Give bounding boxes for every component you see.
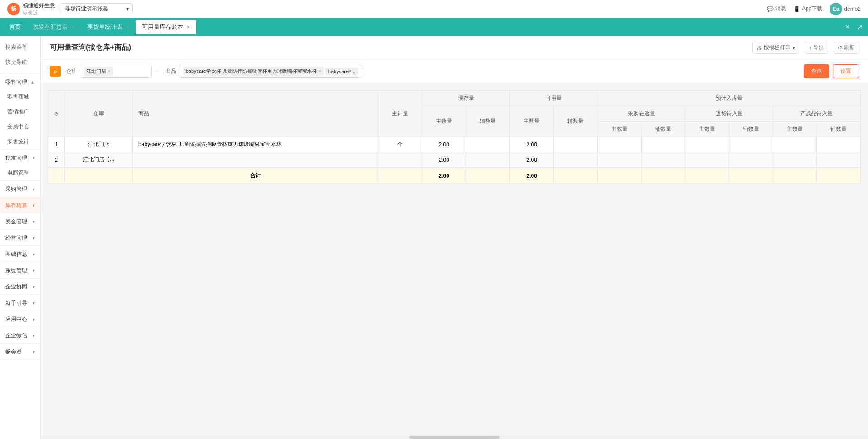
sidebar-enterprise-header[interactable]: 企业协同 ▾ bbox=[0, 279, 40, 294]
warehouse-more[interactable]: ··· bbox=[155, 68, 160, 75]
tab-close-all-btn[interactable]: × bbox=[844, 21, 851, 33]
sidebar-finance-header[interactable]: 资金管理 ▾ bbox=[0, 213, 40, 229]
row1-warehouse: 江北门店 bbox=[65, 137, 133, 152]
tab-maximize-btn[interactable]: ⤢ bbox=[855, 21, 864, 33]
sidebar-finance-arrow: ▾ bbox=[33, 219, 35, 224]
brand-info: 畅捷通好生意 标准版 bbox=[23, 2, 55, 16]
table-row: 2 江北门店【... 2.00 2.00 bbox=[48, 152, 861, 168]
data-table: ⚙ 仓库 商品 主计量 现存量 可用量 预计入库量 主数量 辅数量 主数量 辅数… bbox=[48, 90, 861, 184]
user-avatar: Ea bbox=[830, 3, 842, 15]
sidebar-basic-header[interactable]: 基础信息 ▾ bbox=[0, 246, 40, 262]
sidebar-item-retail-stats[interactable]: 零售统计 bbox=[0, 134, 40, 149]
message-btn[interactable]: 💬 消息 bbox=[767, 5, 786, 13]
sidebar-purchase-header[interactable]: 采购管理 ▾ bbox=[0, 181, 40, 197]
sidebar-system-header[interactable]: 系统管理 ▾ bbox=[0, 262, 40, 278]
sidebar-retail-label: 零售管理 bbox=[5, 78, 27, 86]
sidebar-appcenter-arrow: ▾ bbox=[33, 317, 35, 322]
sidebar-item-member[interactable]: 会员中心 bbox=[0, 119, 40, 134]
content-area: 可用量查询(按仓库+商品) 🖨 按模板打印 ▾ ↑ 导出 ↺ 刷新 » bbox=[41, 36, 868, 439]
sidebar-search-menu[interactable]: 搜索菜单 bbox=[0, 40, 40, 55]
sidebar-item-retail-mall[interactable]: 零售商城 bbox=[0, 90, 40, 104]
row1-available-aux bbox=[554, 137, 598, 152]
row1-available-main: 2.00 bbox=[510, 137, 554, 152]
row2-product-main bbox=[773, 152, 816, 168]
sidebar-guide-header[interactable]: 新手引导 ▾ bbox=[0, 295, 40, 311]
sidebar-wholesale-arrow: ▾ bbox=[33, 156, 35, 160]
th-goods-arrival: 进货待入量 bbox=[685, 106, 773, 122]
sidebar-appcenter-header[interactable]: 应用中心 ▾ bbox=[0, 311, 40, 327]
filter-area: » 仓库 江北门店 × ··· 商品 babycare学饮杯 儿童防摔防撞吸管杯… bbox=[41, 60, 868, 83]
product-filter: 商品 babycare学饮杯 儿童防摔防撞吸管杯重力球吸嘴杯宝宝水杯 × bab… bbox=[165, 65, 363, 78]
summary-product-aux bbox=[816, 168, 860, 184]
sidebar-group-operation: 经营管理 ▾ bbox=[0, 230, 40, 246]
tab-available-inventory-label: 可用量库存账本 bbox=[142, 23, 183, 31]
sidebar-wechat-label: 企业微信 bbox=[5, 332, 27, 340]
main-layout: 搜索菜单 快捷导航 零售管理 ▲ 零售商城 营销推广 会员中心 零售统计 批发管… bbox=[0, 36, 868, 439]
sidebar-inventory-header[interactable]: 库存核算 ▾ bbox=[0, 197, 40, 213]
sidebar-changhui-header[interactable]: 畅会员 ▾ bbox=[0, 344, 40, 359]
tab-receive-summary[interactable]: 收发存汇总表 × bbox=[26, 20, 81, 34]
scroll-thumb[interactable] bbox=[409, 436, 500, 439]
tab-purchase-stats-close[interactable]: × bbox=[126, 24, 129, 30]
summary-goods-aux bbox=[729, 168, 773, 184]
filter-expand-btn[interactable]: » bbox=[50, 66, 61, 77]
th-purchase-transit-main: 主数量 bbox=[598, 122, 642, 137]
sidebar-wholesale-header[interactable]: 批发管理 ▾ bbox=[0, 150, 40, 165]
tab-home[interactable]: 首页 bbox=[4, 20, 26, 34]
sidebar-item-ecommerce[interactable]: 电商管理 bbox=[0, 165, 40, 180]
product-tag-1[interactable]: babycare学饮杯 儿童防摔防撞吸管杯重力球吸嘴杯宝宝水杯 × bbox=[183, 67, 324, 76]
app-download-label: App下载 bbox=[802, 5, 822, 13]
row1-purchase-aux bbox=[642, 137, 685, 152]
sidebar-changhui-arrow: ▾ bbox=[33, 349, 35, 354]
tab-receive-summary-close[interactable]: × bbox=[71, 24, 75, 30]
summary-label: 合计 bbox=[133, 168, 378, 184]
row2-product-aux bbox=[816, 152, 860, 168]
product-tag-2[interactable]: babycare?... bbox=[326, 68, 359, 75]
product-tag-1-close[interactable]: × bbox=[318, 69, 321, 74]
app-download-btn[interactable]: 📱 App下载 bbox=[793, 5, 822, 13]
row1-goods-main bbox=[685, 137, 729, 152]
sidebar-group-retail: 零售管理 ▲ 零售商城 营销推广 会员中心 零售统计 bbox=[0, 74, 40, 150]
product-filter-input[interactable]: babycare学饮杯 儿童防摔防撞吸管杯重力球吸嘴杯宝宝水杯 × babyca… bbox=[179, 65, 363, 78]
sidebar-operation-header[interactable]: 经营管理 ▾ bbox=[0, 230, 40, 245]
tenant-selector[interactable]: 母婴行业演示账套 ▾ bbox=[61, 3, 133, 14]
settings-btn[interactable]: 设置 bbox=[833, 64, 859, 78]
tab-purchase-stats-label: 要货单统计表 bbox=[87, 23, 123, 31]
sidebar-retail-header[interactable]: 零售管理 ▲ bbox=[0, 74, 40, 90]
tab-available-inventory-close[interactable]: × bbox=[187, 24, 190, 30]
sidebar-group-enterprise: 企业协同 ▾ bbox=[0, 279, 40, 295]
row2-unit bbox=[378, 152, 422, 168]
row2-available-main: 2.00 bbox=[510, 152, 554, 168]
export-btn[interactable]: ↑ 导出 bbox=[805, 42, 828, 54]
settings-icon[interactable]: ⚙ bbox=[54, 111, 59, 117]
horizontal-scrollbar[interactable] bbox=[41, 435, 868, 439]
sidebar-system-label: 系统管理 bbox=[5, 267, 27, 274]
summary-row: 合计 2.00 2.00 bbox=[48, 168, 861, 184]
tab-available-inventory[interactable]: 可用量库存账本 × bbox=[136, 20, 196, 34]
brand-icon: 畅 bbox=[7, 3, 20, 15]
sidebar-item-marketing[interactable]: 营销推广 bbox=[0, 104, 40, 119]
summary-product-main bbox=[773, 168, 816, 184]
message-icon: 💬 bbox=[767, 6, 774, 12]
query-btn[interactable]: 查询 bbox=[804, 64, 829, 78]
top-bar-right: 💬 消息 📱 App下载 Ea demo2 bbox=[767, 3, 861, 15]
tab-purchase-stats[interactable]: 要货单统计表 × bbox=[81, 20, 136, 34]
th-available-main: 主数量 bbox=[510, 106, 554, 137]
sidebar-wechat-arrow: ▾ bbox=[33, 333, 35, 338]
sidebar-quick-nav[interactable]: 快捷导航 bbox=[0, 55, 40, 70]
warehouse-filter-input[interactable]: 江北门店 × bbox=[80, 65, 152, 78]
row2-goods-aux bbox=[729, 152, 773, 168]
sidebar-group-system: 系统管理 ▾ bbox=[0, 262, 40, 279]
summary-purchase-aux bbox=[642, 168, 685, 184]
tab-bar-right: × ⤢ bbox=[844, 21, 864, 33]
th-settings[interactable]: ⚙ bbox=[48, 91, 65, 137]
th-warehouse: 仓库 bbox=[65, 91, 133, 137]
message-label: 消息 bbox=[775, 5, 786, 13]
user-info[interactable]: Ea demo2 bbox=[830, 3, 861, 15]
print-btn[interactable]: 🖨 按模板打印 ▾ bbox=[752, 42, 799, 54]
warehouse-tag-1-close[interactable]: × bbox=[108, 69, 110, 74]
sidebar-group-wholesale: 批发管理 ▾ 电商管理 bbox=[0, 150, 40, 181]
sidebar-wechat-header[interactable]: 企业微信 ▾ bbox=[0, 327, 40, 343]
warehouse-tag-1[interactable]: 江北门店 × bbox=[84, 67, 113, 76]
refresh-btn[interactable]: ↺ 刷新 bbox=[834, 42, 859, 54]
